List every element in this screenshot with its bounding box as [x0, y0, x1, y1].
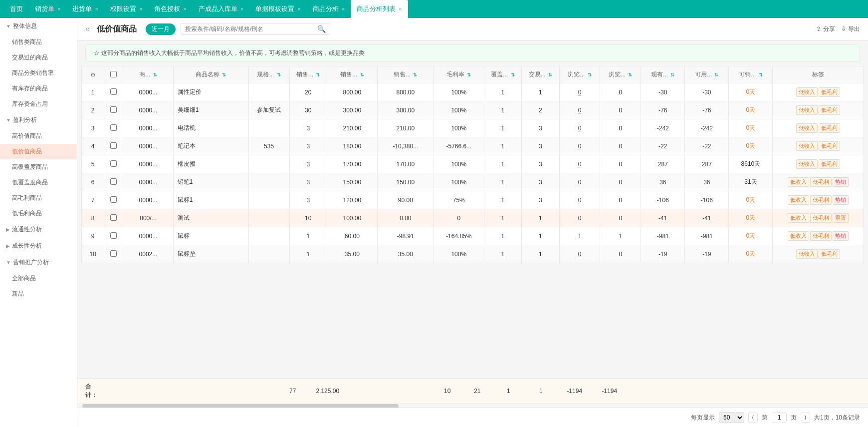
sidebar-group-profit[interactable]: ▼ 盈利分析 [0, 112, 77, 128]
close-inventory-tab[interactable]: × [240, 6, 243, 12]
close-sales-tab[interactable]: × [57, 6, 60, 12]
export-button[interactable]: ⇩ 导出 [841, 25, 860, 33]
browse1-link[interactable]: 0 [578, 179, 582, 186]
share-button[interactable]: ⇪ 分享 [816, 25, 835, 33]
row-checkbox[interactable] [110, 106, 117, 113]
browse1-link[interactable]: 0 [578, 125, 582, 132]
row-checkbox[interactable] [110, 178, 117, 185]
search-icon[interactable]: 🔍 [317, 25, 326, 33]
browse1-link[interactable]: 0 [578, 197, 582, 204]
sidebar-group-overview[interactable]: ▼ 整体信息 [0, 18, 77, 34]
cell-browse1[interactable]: 0 [559, 245, 600, 263]
close-roles-tab[interactable]: × [183, 6, 186, 12]
row-checkbox[interactable] [110, 250, 117, 257]
col-sale-qty-header[interactable]: 销售... ⇅ [289, 66, 327, 83]
close-template-tab[interactable]: × [297, 6, 300, 12]
col-spec-header[interactable]: 规格... ⇅ [248, 66, 289, 83]
cell-browse1[interactable]: 0 [559, 83, 600, 101]
collapse-sidebar-button[interactable]: « [85, 24, 90, 33]
sidebar-item-high-value[interactable]: 高价值商品 [0, 128, 77, 144]
sidebar-item-low-value[interactable]: 低价值商品 [0, 144, 77, 159]
first-page-button[interactable]: ⟨ [748, 413, 758, 423]
nav-home[interactable]: 首页 [4, 0, 29, 18]
browse1-link[interactable]: 0 [578, 251, 582, 258]
cell-check[interactable] [104, 245, 123, 263]
row-checkbox[interactable] [110, 214, 117, 221]
cell-name[interactable]: 鼠标1 [173, 191, 248, 209]
sidebar-item-category-rate[interactable]: 商品分类销售率 [0, 65, 77, 81]
nav-sales[interactable]: 销货单 × [29, 0, 66, 18]
sidebar-item-low-margin[interactable]: 低毛利商品 [0, 206, 77, 221]
col-tags-header[interactable]: 标签 [773, 66, 864, 83]
cell-name[interactable]: 电话机 [173, 119, 248, 137]
col-coverage-header[interactable]: 覆盖... ⇅ [484, 66, 522, 83]
col-gross-header[interactable]: 毛利率 ⇅ [434, 66, 484, 83]
cell-name[interactable]: 铅笔1 [173, 173, 248, 191]
select-all-checkbox[interactable] [110, 71, 117, 77]
cell-browse1[interactable]: 0 [559, 173, 600, 191]
close-product-analysis-list-tab[interactable]: × [399, 6, 402, 12]
browse1-link[interactable]: 0 [578, 107, 582, 114]
close-purchase-tab[interactable]: × [95, 6, 98, 12]
row-checkbox[interactable] [110, 160, 117, 167]
sidebar-group-marketing[interactable]: ▼ 营销推广分析 [0, 254, 77, 271]
sidebar-item-stock-products[interactable]: 有库存的商品 [0, 81, 77, 96]
sidebar-item-all-products[interactable]: 全部商品 [0, 271, 77, 286]
sidebar-item-high-coverage[interactable]: 高覆盖度商品 [0, 159, 77, 175]
cell-name[interactable]: 属性定价 [173, 83, 248, 101]
sidebar-item-high-margin[interactable]: 高毛利商品 [0, 190, 77, 206]
cell-name[interactable]: 笔记本 [173, 137, 248, 155]
cell-check[interactable] [104, 155, 123, 173]
close-product-analysis-tab[interactable]: × [342, 6, 345, 12]
col-settings-header[interactable]: ⚙ [82, 66, 104, 83]
sidebar-group-circulation[interactable]: ▶ 流通性分析 [0, 221, 77, 238]
page-number-input[interactable] [772, 413, 787, 423]
cell-check[interactable] [104, 209, 123, 227]
sidebar-item-traded-products[interactable]: 交易过的商品 [0, 50, 77, 65]
row-checkbox[interactable] [110, 196, 117, 203]
filter-recent-month-button[interactable]: 近一月 [146, 23, 176, 35]
cell-browse1[interactable]: 1 [559, 227, 600, 245]
cell-browse1[interactable]: 0 [559, 137, 600, 155]
sidebar-item-new-products[interactable]: 新品 [0, 286, 77, 302]
cell-check[interactable] [104, 137, 123, 155]
per-page-select[interactable]: 50 20 100 [719, 412, 744, 423]
search-input[interactable] [185, 25, 317, 32]
col-sellable-header[interactable]: 可销... ⇅ [729, 66, 773, 83]
cell-browse1[interactable]: 0 [559, 101, 600, 119]
browse1-link[interactable]: 0 [578, 161, 582, 168]
cell-name[interactable]: 橡皮擦 [173, 155, 248, 173]
cell-check[interactable] [104, 173, 123, 191]
row-checkbox[interactable] [110, 88, 117, 95]
cell-browse1[interactable]: 0 [559, 209, 600, 227]
sidebar-item-sales-products[interactable]: 销售类商品 [0, 34, 77, 50]
cell-browse1[interactable]: 0 [559, 191, 600, 209]
col-current-header[interactable]: 现有... ⇅ [641, 66, 685, 83]
col-code-header[interactable]: 商... ⇅ [123, 66, 174, 83]
col-trade-header[interactable]: 交易... ⇅ [522, 66, 560, 83]
cell-check[interactable] [104, 83, 123, 101]
horizontal-scrollbar[interactable] [77, 404, 868, 408]
col-browse1-header[interactable]: 浏览... ⇅ [559, 66, 600, 83]
cell-name[interactable]: 测试 [173, 209, 248, 227]
cell-check[interactable] [104, 227, 123, 245]
cell-check[interactable] [104, 191, 123, 209]
col-available-header[interactable]: 可用... ⇅ [685, 66, 729, 83]
cell-name[interactable]: 吴细细1 [173, 101, 248, 119]
cell-name[interactable]: 鼠标垫 [173, 245, 248, 263]
col-sale-price-header[interactable]: 销售... ⇅ [327, 66, 378, 83]
browse1-link[interactable]: 0 [578, 143, 582, 150]
nav-product-analysis-list[interactable]: 商品分析列表 × [351, 0, 408, 18]
nav-product-analysis[interactable]: 商品分析 × [307, 0, 351, 18]
sidebar-item-capital-usage[interactable]: 库存资金占用 [0, 96, 77, 112]
nav-template[interactable]: 单据模板设置 × [249, 0, 306, 18]
col-check-header[interactable] [104, 66, 123, 83]
next-page-button[interactable]: ⟩ [801, 413, 810, 423]
cell-name[interactable]: 鼠标 [173, 227, 248, 245]
sidebar-item-low-coverage[interactable]: 低覆盖度商品 [0, 175, 77, 190]
browse1-link[interactable]: 0 [578, 215, 582, 222]
browse1-link[interactable]: 1 [578, 233, 582, 240]
nav-inventory[interactable]: 产成品入库单 × [193, 0, 249, 18]
col-sale-amount-header[interactable]: 销售... ⇅ [377, 66, 434, 83]
cell-check[interactable] [104, 101, 123, 119]
